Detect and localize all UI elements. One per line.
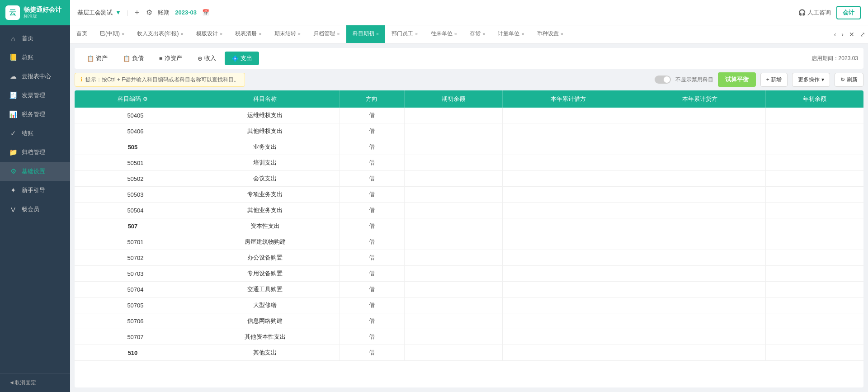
tab-计量单位[interactable]: 计量单位 × xyxy=(491,25,530,43)
subtab-收入[interactable]: ⊕收入 xyxy=(191,52,223,65)
table-row: 50704交通工具购置借 xyxy=(75,282,863,298)
cell-code: 50406 xyxy=(75,123,191,139)
cell-code: 510 xyxy=(75,345,191,361)
subtab-资产[interactable]: 📋资产 xyxy=(80,52,114,65)
cell-name: 资本性支出 xyxy=(191,218,339,234)
add-tab-button[interactable]: ＋ xyxy=(133,8,141,17)
tab-税表清册[interactable]: 税表清册 × xyxy=(229,25,268,43)
subtab-负债[interactable]: 📋负债 xyxy=(116,52,151,65)
disable-toggle[interactable] xyxy=(655,76,671,84)
tab-科目期初[interactable]: 科目期初 × xyxy=(346,25,385,43)
subtab-label: 支出 xyxy=(241,54,252,62)
nav-icon: ✓ xyxy=(9,129,17,137)
tab-部门员工[interactable]: 部门员工 × xyxy=(385,25,424,43)
tab-close-icon[interactable]: × xyxy=(259,31,261,37)
pin-label: ◄取消固定 xyxy=(9,379,36,387)
cell-1 xyxy=(503,282,634,298)
tab-存货[interactable]: 存货 × xyxy=(463,25,491,43)
tab-label: 首页 xyxy=(76,30,87,38)
expand-icon[interactable]: ⤢ xyxy=(857,27,868,42)
sidebar-item-畅会员[interactable]: V畅会员 xyxy=(0,200,70,219)
sidebar-item-总账[interactable]: 📒总账 xyxy=(0,48,70,67)
tab-close-icon[interactable]: × xyxy=(180,31,183,37)
add-button[interactable]: + 新增 xyxy=(760,73,788,87)
cell-direction: 借 xyxy=(339,155,404,171)
tab-模版设计[interactable]: 模版设计 × xyxy=(190,25,229,43)
toggle-knob xyxy=(664,76,670,83)
cell-0 xyxy=(404,139,503,155)
topbar-right: 🎧 人工咨询 会计 xyxy=(798,6,861,19)
company-selector[interactable]: 基层工会测试 ▼ xyxy=(77,9,121,17)
cell-direction: 借 xyxy=(339,250,404,266)
subtab-icon: 💠 xyxy=(231,55,239,62)
sidebar-item-云报表中心[interactable]: ☁云报表中心 xyxy=(0,67,70,86)
cell-2 xyxy=(634,329,766,345)
sidebar-item-新手引导[interactable]: ✦新手引导 xyxy=(0,181,70,200)
tab-label: 巳(中期) xyxy=(100,30,120,38)
cell-direction: 借 xyxy=(339,139,404,155)
toggle-label: 不显示禁用科目 xyxy=(675,76,713,84)
help-button[interactable]: 🎧 人工咨询 xyxy=(798,9,831,17)
sidebar-item-首页[interactable]: ⌂首页 xyxy=(0,29,70,48)
subtab-icon: 📋 xyxy=(123,55,130,62)
sidebar-item-结账[interactable]: ✓结账 xyxy=(0,124,70,143)
tab-next-icon[interactable]: › xyxy=(839,27,846,42)
tab-close-icon[interactable]: × xyxy=(298,31,301,37)
refresh-button[interactable]: ↻ 刷新 xyxy=(835,73,863,87)
tab-close-icon[interactable]: × xyxy=(376,31,379,37)
tab-label: 币种设置 xyxy=(537,30,559,38)
tab-巳(中期)[interactable]: 巳(中期) × xyxy=(94,25,131,43)
more-actions-button[interactable]: 更多操作 ▾ xyxy=(792,73,830,87)
cell-direction: 借 xyxy=(339,108,404,123)
tab-close-icon[interactable]: × xyxy=(415,31,418,37)
calc-balance-button[interactable]: 试算平衡 xyxy=(718,72,756,87)
tab-prev-icon[interactable]: ‹ xyxy=(831,27,839,42)
cell-direction: 借 xyxy=(339,329,404,345)
sidebar-item-基础设置[interactable]: ⚙基础设置 xyxy=(0,162,70,181)
tab-label: 期末结转 xyxy=(274,30,296,38)
tab-往来单位[interactable]: 往来单位 × xyxy=(425,25,463,43)
tab-币种设置[interactable]: 币种设置 × xyxy=(531,25,570,43)
sidebar-pin-toggle[interactable]: ◄取消固定 xyxy=(0,373,70,392)
table-row: 50706信息网络购建借 xyxy=(75,313,863,329)
col-header-5: 本年累计贷方 xyxy=(634,90,766,108)
close-all-tabs-icon[interactable]: ✕ xyxy=(846,27,857,42)
subtab-净资产[interactable]: ≡净资产 xyxy=(152,52,189,65)
sidebar-item-税务管理[interactable]: 📊税务管理 xyxy=(0,105,70,124)
cell-2 xyxy=(634,250,766,266)
cell-1 xyxy=(503,108,634,123)
cell-2 xyxy=(634,345,766,361)
subtab-label: 收入 xyxy=(204,54,216,62)
col-settings-icon[interactable]: ⚙ xyxy=(143,96,148,102)
subtab-支出[interactable]: 💠支出 xyxy=(225,52,259,65)
tab-close-icon[interactable]: × xyxy=(482,31,485,37)
main-content: 基层工会测试 ▼ | ＋ ⚙ 账期 2023-03 📅 🎧 人工咨询 会计 首页… xyxy=(70,0,868,392)
col-header-4: 本年累计借方 xyxy=(503,90,634,108)
app-name: 畅捷通好会计 xyxy=(24,6,61,14)
tab-close-icon[interactable]: × xyxy=(454,31,457,37)
tab-期末结转[interactable]: 期末结转 × xyxy=(268,25,307,43)
cell-name: 其他支出 xyxy=(191,345,339,361)
tab-close-icon[interactable]: × xyxy=(561,31,563,37)
settings-icon[interactable]: ⚙ xyxy=(146,8,152,17)
calendar-icon[interactable]: 📅 xyxy=(202,9,209,16)
cell-3 xyxy=(766,171,863,187)
tab-首页[interactable]: 首页 xyxy=(70,25,94,43)
tab-收入支出表(年报)[interactable]: 收入支出表(年报) × xyxy=(131,25,189,43)
cell-name: 信息网络购建 xyxy=(191,313,339,329)
cell-code: 50502 xyxy=(75,171,191,187)
table-body: 50405运维维权支出借50406其他维权支出借505业务支出借50501培训支… xyxy=(75,108,863,361)
cell-1 xyxy=(503,234,634,250)
tab-close-icon[interactable]: × xyxy=(337,31,340,37)
cell-0 xyxy=(404,123,503,139)
hint-box: ℹ 提示：按Ctrl + F键并输入科目编码或者科目名称可以查找科目。 xyxy=(75,73,245,87)
tab-归档管理[interactable]: 归档管理 × xyxy=(307,25,346,43)
sidebar-item-发票管理[interactable]: 🧾发票管理 xyxy=(0,86,70,105)
sidebar-item-归档管理[interactable]: 📁归档管理 xyxy=(0,143,70,162)
account-button[interactable]: 会计 xyxy=(836,6,861,19)
tab-close-icon[interactable]: × xyxy=(521,31,524,37)
tab-close-icon[interactable]: × xyxy=(220,31,222,37)
tab-label: 存货 xyxy=(470,30,481,38)
cell-code: 50704 xyxy=(75,282,191,298)
tab-close-icon[interactable]: × xyxy=(122,31,124,37)
